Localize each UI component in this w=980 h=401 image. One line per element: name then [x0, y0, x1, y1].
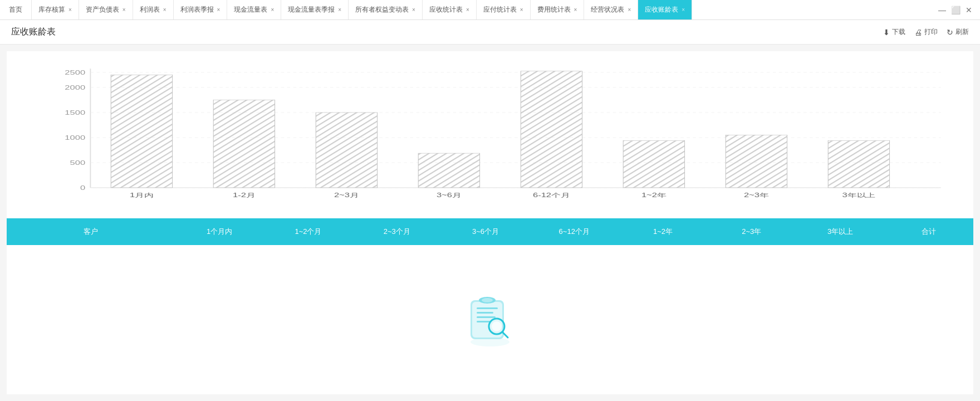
- svg-text:1-2月: 1-2月: [233, 192, 256, 198]
- tab-home[interactable]: 首页: [0, 0, 32, 20]
- tab-label-profit: 利润表: [140, 5, 160, 14]
- refresh-icon: ↻: [947, 28, 953, 37]
- svg-rect-29: [477, 321, 491, 322]
- bar-3year-plus: [828, 141, 889, 188]
- tab-label-cashflow-quarterly: 现金流量表季报: [288, 5, 335, 14]
- tab-label-expense-stats: 费用统计表: [537, 5, 571, 14]
- tab-label-inventory: 库存核算: [38, 5, 65, 14]
- home-label: 首页: [9, 5, 22, 14]
- tab-close-expense-stats[interactable]: ×: [574, 7, 577, 13]
- print-label: 打印: [924, 27, 938, 37]
- table-header-total: 合计: [885, 218, 973, 245]
- tab-close-ap-stats[interactable]: ×: [520, 7, 523, 13]
- table-header-1m: 1个月内: [175, 218, 264, 245]
- svg-rect-25: [472, 302, 502, 338]
- page-title: 应收账龄表: [11, 26, 56, 38]
- tab-label-ar-stats: 应收统计表: [429, 5, 463, 14]
- tab-label-ap-stats: 应付统计表: [483, 5, 517, 14]
- tab-close-profit[interactable]: ×: [163, 7, 166, 13]
- svg-text:3年以上: 3年以上: [842, 192, 875, 198]
- tab-close-ar-aging[interactable]: ×: [682, 7, 685, 13]
- svg-text:1500: 1500: [65, 110, 85, 116]
- svg-text:2000: 2000: [65, 85, 85, 91]
- page-header: 应收账龄表 ⬇ 下载 🖨 打印 ↻ 刷新: [0, 20, 980, 45]
- svg-text:1000: 1000: [65, 135, 85, 141]
- bar-6-12month: [521, 71, 582, 188]
- table-header-3-6m: 3~6个月: [441, 218, 530, 245]
- table-header-2-3y: 2~3年: [707, 218, 796, 245]
- tab-close-profit-quarterly[interactable]: ×: [217, 7, 220, 13]
- svg-rect-26: [477, 307, 498, 309]
- tab-close-operations[interactable]: ×: [628, 7, 631, 13]
- tab-equity[interactable]: 所有者权益变动表×: [349, 0, 423, 20]
- tab-cashflow-quarterly[interactable]: 现金流量表季报×: [281, 0, 349, 20]
- bar-1month: [111, 75, 172, 188]
- minimize-button[interactable]: —: [935, 3, 949, 17]
- tab-label-ar-aging: 应收账龄表: [645, 5, 678, 14]
- table-header-6-12m: 6~12个月: [530, 218, 619, 245]
- tab-profit-quarterly[interactable]: 利润表季报×: [174, 0, 228, 20]
- tab-label-cashflow: 现金流量表: [234, 5, 267, 14]
- tab-label-profit-quarterly: 利润表季报: [180, 5, 214, 14]
- tab-expense-stats[interactable]: 费用统计表×: [531, 0, 585, 20]
- svg-rect-27: [477, 312, 493, 314]
- table-header-2-3m: 2~3个月: [352, 218, 441, 245]
- refresh-button[interactable]: ↻ 刷新: [947, 27, 969, 37]
- svg-text:1~2年: 1~2年: [641, 192, 667, 198]
- svg-text:3~6月: 3~6月: [437, 192, 462, 198]
- bar-3-6month: [418, 153, 479, 188]
- download-button[interactable]: ⬇ 下载: [883, 27, 905, 37]
- svg-text:1月内: 1月内: [130, 192, 154, 198]
- tab-profit[interactable]: 利润表×: [133, 0, 174, 20]
- svg-text:6-12个月: 6-12个月: [533, 192, 570, 198]
- tab-close-inventory[interactable]: ×: [68, 7, 72, 13]
- svg-point-31: [482, 298, 493, 302]
- tab-close-cashflow-quarterly[interactable]: ×: [338, 7, 341, 13]
- tab-close-equity[interactable]: ×: [412, 7, 415, 13]
- empty-icon: [457, 286, 523, 353]
- chart-area: 0 500 1000 1500 2000 2500 1月内 1-2月 2~3月: [7, 51, 973, 218]
- table-header-1-2y: 1~2年: [619, 218, 707, 245]
- tab-balance-sheet[interactable]: 资产负债表×: [79, 0, 133, 20]
- tab-ap-stats[interactable]: 应付统计表×: [477, 0, 531, 20]
- svg-text:2500: 2500: [65, 70, 85, 76]
- window-controls: — ⬜ ✕: [935, 3, 980, 17]
- refresh-label: 刷新: [955, 27, 969, 37]
- tab-operations[interactable]: 经营状况表×: [584, 0, 638, 20]
- tab-ar-aging[interactable]: 应收账龄表×: [638, 0, 692, 20]
- tab-close-balance-sheet[interactable]: ×: [122, 7, 126, 13]
- close-button[interactable]: ✕: [962, 3, 976, 17]
- print-button[interactable]: 🖨 打印: [914, 27, 938, 37]
- svg-text:2~3月: 2~3月: [334, 192, 359, 198]
- svg-text:500: 500: [70, 160, 86, 167]
- svg-text:0: 0: [80, 185, 86, 192]
- tab-label-balance-sheet: 资产负债表: [86, 5, 119, 14]
- tab-ar-stats[interactable]: 应收统计表×: [423, 0, 477, 20]
- table-header: 客户1个月内1~2个月2~3个月3~6个月6~12个月1~2年2~3年3年以上合…: [7, 218, 973, 245]
- bar-1-2year: [623, 141, 684, 188]
- tab-inventory[interactable]: 库存核算×: [32, 0, 79, 20]
- tab-label-equity: 所有者权益变动表: [355, 5, 409, 14]
- main-content: 0 500 1000 1500 2000 2500 1月内 1-2月 2~3月: [7, 51, 973, 394]
- download-icon: ⬇: [883, 28, 890, 37]
- tab-cashflow[interactable]: 现金流量表×: [227, 0, 281, 20]
- maximize-button[interactable]: ⬜: [949, 3, 962, 17]
- tab-bar: 首页 库存核算×资产负债表×利润表×利润表季报×现金流量表×现金流量表季报×所有…: [0, 0, 980, 20]
- tab-label-operations: 经营状况表: [591, 5, 624, 14]
- svg-text:2~3年: 2~3年: [744, 192, 769, 198]
- bar-2-3month: [316, 113, 377, 188]
- print-icon: 🖨: [914, 28, 922, 37]
- bar-2-3year: [726, 135, 787, 188]
- table-header-3y: 3年以上: [796, 218, 884, 245]
- table-header-1-2m: 1~2个月: [264, 218, 352, 245]
- bar-chart: 0 500 1000 1500 2000 2500 1月内 1-2月 2~3月: [29, 62, 951, 213]
- empty-state: [7, 245, 973, 394]
- tab-close-ar-stats[interactable]: ×: [466, 7, 469, 13]
- download-label: 下载: [892, 27, 905, 37]
- svg-point-33: [492, 321, 502, 331]
- table-header-customer: 客户: [7, 218, 175, 245]
- bar-1-2month: [213, 100, 275, 188]
- svg-rect-28: [477, 316, 496, 318]
- header-actions: ⬇ 下载 🖨 打印 ↻ 刷新: [883, 27, 969, 37]
- tab-close-cashflow[interactable]: ×: [271, 7, 274, 13]
